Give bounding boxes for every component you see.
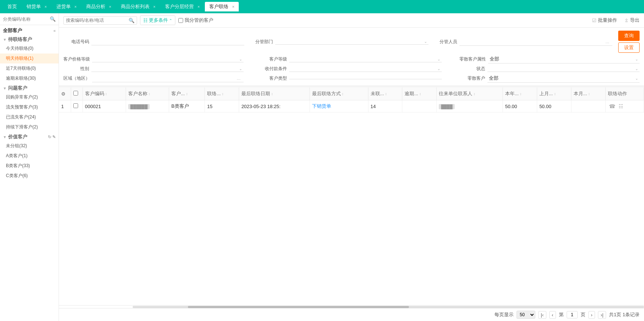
filter-field-customer-type: 客户类型 [261, 75, 441, 82]
page-first-button[interactable]: |‹ [538, 311, 546, 319]
filter-gender-select[interactable]: ⌄ [91, 66, 244, 72]
th-overdue-sort[interactable]: 逾期... ↕ [405, 90, 434, 97]
total-records: 共1页 1条记录 [609, 311, 640, 318]
nav-customer-contact-close[interactable]: × [232, 4, 234, 9]
th-this-month-sort[interactable]: 本月... ↕ [574, 90, 603, 97]
setting-button[interactable]: 设置 [618, 42, 640, 53]
th-unlinked-sort[interactable]: 未联... ↕ [371, 90, 400, 97]
th-settings[interactable]: ⚙ [59, 87, 71, 100]
th-contact-count: 联络... ↕ [205, 87, 239, 100]
per-page-select[interactable]: 50 100 200 [517, 311, 535, 319]
filter-payment-select[interactable]: ⌄ [289, 66, 441, 72]
page-prev-button[interactable]: ‹ [549, 311, 556, 319]
filter-field-payment: 收付款条件 ⌄ [261, 66, 441, 72]
filter-status-select[interactable]: ⌄ [487, 66, 640, 72]
th-checkbox[interactable] [71, 87, 83, 100]
td-this-month [571, 100, 605, 113]
nav-product-analysis[interactable]: 商品分析 × [82, 2, 116, 11]
nav-sales-close[interactable]: × [45, 4, 47, 9]
sidebar-problem-tri: ▼ [3, 86, 7, 90]
sidebar-all-customers[interactable]: 全部客户 « [0, 25, 59, 35]
nav-home[interactable]: 首页 [3, 2, 21, 11]
last-method-link[interactable]: 下销货单 [312, 103, 331, 109]
filter-person-more-icon[interactable]: … [604, 39, 611, 45]
nav-product-analysis-list[interactable]: 商品分析列表 × [116, 2, 160, 11]
page-last-button[interactable]: ›| [598, 311, 606, 319]
filter-person-select[interactable]: … [459, 38, 612, 46]
sidebar-group-problem[interactable]: ▼ 问题客户 [0, 83, 59, 92]
sidebar-item-7days[interactable]: 近7天待联络(0) [0, 63, 59, 73]
export-button[interactable]: ⇫ 导出 [624, 17, 640, 24]
filter-area-select[interactable]: … [92, 75, 244, 82]
th-contact-count-sort[interactable]: 联络... ↕ [207, 90, 237, 97]
filter-phone-input[interactable] [91, 38, 244, 45]
sidebar-item-a-class[interactable]: A类客户(1) [0, 151, 59, 161]
sidebar-item-c-class[interactable]: C类客户(6) [0, 171, 59, 181]
filter-customer-level-select[interactable]: ⌄ [289, 56, 441, 62]
search-input[interactable] [66, 18, 127, 23]
my-customers-checkbox-label[interactable]: 我分管的客户 [178, 17, 213, 24]
table-row: 1 000021 ██████ B类客户 15 2023-05-23 18:25… [59, 100, 644, 113]
sidebar-search-input[interactable] [3, 17, 48, 22]
sidebar-item-b-class[interactable]: B类客户(33) [0, 161, 59, 171]
settings-icon[interactable]: ⚙ [61, 91, 66, 97]
batch-ops-button[interactable]: ☑ 批量操作 [592, 17, 617, 24]
filter-customer-type-select[interactable] [289, 77, 441, 79]
th-name-sort[interactable]: 客户名称 ↕ [128, 90, 167, 97]
more-filter-chevron-icon: ⌃ [169, 18, 172, 23]
table-select-all-checkbox[interactable] [73, 91, 78, 96]
contact-more-icon[interactable]: ☷ [619, 103, 623, 109]
filter-field-gender: 性别 ⌄ [63, 66, 244, 72]
nav-customer-contact[interactable]: 客户联络 × [205, 2, 239, 11]
filter-retail-attr-select[interactable]: 全部 ⌄ [488, 55, 640, 63]
sidebar-item-declining[interactable]: 持续下滑客户(2) [0, 122, 59, 132]
nav-product-analysis-list-close[interactable]: × [153, 4, 155, 9]
nav-purchase[interactable]: 进货单 × [52, 2, 81, 11]
query-button[interactable]: 查询 [618, 31, 640, 41]
filter-retail-customer-select[interactable]: 全部 ⌄ [487, 74, 640, 83]
sidebar-group-value[interactable]: ▼ 价值客户 ↻ ✎ [0, 132, 59, 141]
th-type-sort[interactable]: 客户... ↕ [171, 90, 202, 97]
nav-customer-tier-close[interactable]: × [197, 4, 200, 9]
page-number-input[interactable] [567, 311, 578, 318]
search-icon[interactable]: 🔍 [129, 18, 134, 23]
row-checkbox[interactable] [73, 103, 78, 108]
customer-table: ⚙ 客户编码 ↕ 客户名称 [59, 87, 644, 113]
nav-product-analysis-close[interactable]: × [109, 4, 111, 9]
th-last-date-sort[interactable]: 最后联络日期 ↕ [241, 90, 307, 97]
horizontal-scrollbar[interactable] [59, 305, 644, 308]
filter-price-level-select[interactable]: ⌄ [92, 56, 244, 62]
th-contact-count-sort-icon: ↕ [222, 92, 224, 96]
sidebar-item-churn-warning[interactable]: 流失预警客户(3) [0, 102, 59, 112]
sidebar-all-customers-collapse-icon: « [53, 28, 56, 33]
th-contact-person-sort[interactable]: 往来单位联系人 ↕ [439, 90, 500, 97]
th-last-method-sort[interactable]: 最后联络方式 ↕ [312, 90, 366, 97]
filter-area-more-icon[interactable]: … [235, 75, 242, 81]
th-unlinked-sort-icon: ↕ [385, 92, 387, 96]
filter-row-2: 客户价格等级 ⌄ 客户等级 ⌄ 零散客户属性 全部 [63, 55, 640, 63]
contact-call-icon[interactable]: ☎ [609, 103, 615, 109]
th-code-sort[interactable]: 客户编码 ↕ [85, 90, 123, 97]
filter-dept-select[interactable]: ⌄ [275, 39, 428, 45]
more-filter-button[interactable]: ☷ 更多条件 ⌃ [140, 15, 175, 25]
td-checkbox[interactable] [71, 100, 83, 113]
my-customers-checkbox[interactable] [178, 18, 183, 23]
page-next-button[interactable]: › [588, 311, 595, 319]
scrollbar-track [133, 306, 644, 308]
nav-purchase-close[interactable]: × [74, 4, 77, 9]
page-label: 第 [559, 311, 564, 318]
scrollbar-thumb[interactable] [188, 306, 409, 308]
sidebar-search-icon[interactable]: 🔍 [50, 16, 56, 22]
th-this-year-sort[interactable]: 本年... ↕ [505, 90, 535, 97]
sidebar-item-tomorrow[interactable]: 明天待联络(1) [0, 54, 59, 63]
sidebar-item-overdue[interactable]: 逾期未联络(30) [0, 73, 59, 83]
filter-field-person: 分管人员 … [431, 38, 612, 46]
sidebar-item-repurchase-abnormal[interactable]: 回购异常客户(2) [0, 92, 59, 102]
sidebar-item-churned[interactable]: 已流失客户(24) [0, 112, 59, 122]
nav-sales[interactable]: 销货单 × [22, 2, 51, 11]
sidebar-item-today[interactable]: 今天待联络(0) [0, 44, 59, 54]
sidebar-item-ungrouped[interactable]: 未分组(32) [0, 141, 59, 151]
sidebar-group-pending[interactable]: ▼ 待联络客户 [0, 35, 59, 44]
th-last-month-sort[interactable]: 上月... ↕ [539, 90, 569, 97]
nav-customer-tier[interactable]: 客户分层经营 × [161, 2, 204, 11]
